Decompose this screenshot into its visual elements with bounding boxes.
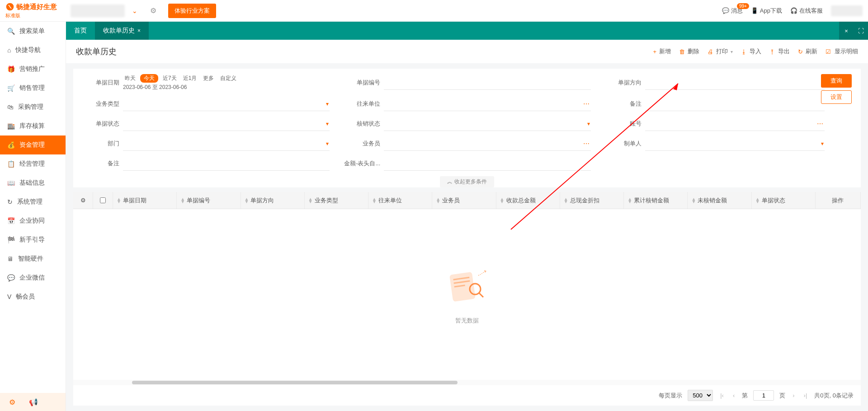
sidebar-item-purchase[interactable]: 🛍采购管理: [0, 98, 66, 117]
page-next[interactable]: ›: [791, 392, 796, 399]
show-detail-toggle[interactable]: ☑显示明细: [826, 47, 858, 56]
th-unwritten[interactable]: ▲▼未核销金额: [688, 192, 751, 209]
sort-icon: ▲▼: [308, 198, 313, 203]
column-settings[interactable]: ⚙: [73, 192, 93, 209]
date-chip-custom[interactable]: 自定义: [218, 74, 238, 83]
filter-label-account: 账号: [604, 120, 645, 128]
page-prev[interactable]: ‹: [731, 392, 736, 399]
experience-button[interactable]: 体验行业方案: [168, 4, 216, 18]
app-download-link[interactable]: 📱 App下载: [751, 7, 782, 15]
customer-service-link[interactable]: 🎧 在线客服: [790, 7, 823, 15]
scrollbar-thumb[interactable]: [132, 381, 458, 384]
page-first[interactable]: |‹: [718, 392, 726, 399]
refresh-button[interactable]: ↻刷新: [798, 47, 817, 56]
home-icon: ⌂: [7, 47, 11, 54]
speaker-icon[interactable]: 📢: [29, 398, 38, 406]
th-biztype[interactable]: ▲▼业务类型: [305, 192, 368, 209]
collapse-filters-button[interactable]: ︽ 收起更多条件: [440, 176, 494, 187]
docstatus-select[interactable]: [123, 120, 330, 127]
sidebar-item-marketing[interactable]: 🎁营销推广: [0, 60, 66, 79]
tab-receipt-history[interactable]: 收款单历史 ×: [95, 22, 149, 40]
select-all-checkbox[interactable]: [93, 192, 113, 209]
checkbox-checked-icon: ☑: [826, 48, 831, 55]
user-blurred[interactable]: [831, 5, 863, 16]
sidebar-item-member[interactable]: V畅会员: [0, 287, 66, 306]
print-button[interactable]: 🖨打印▾: [708, 47, 733, 56]
date-chip-1m[interactable]: 近1月: [181, 74, 199, 83]
th-date[interactable]: ▲▼单据日期: [113, 192, 177, 209]
gear-icon[interactable]: ⚙: [9, 398, 15, 406]
sidebar-item-system[interactable]: ↻系统管理: [0, 192, 66, 211]
more-icon[interactable]: ⋯: [583, 140, 590, 147]
page-last[interactable]: ›|: [802, 392, 809, 399]
writestatus-select[interactable]: [384, 120, 590, 127]
query-button[interactable]: 查询: [821, 74, 852, 88]
filter-label-biztype: 业务类型: [82, 100, 123, 108]
more-icon[interactable]: ⋯: [817, 120, 824, 127]
chevron-down-icon[interactable]: ▾: [587, 121, 590, 127]
sidebar-item-inventory[interactable]: 🏬库存核算: [0, 117, 66, 135]
import-icon: ⭳: [741, 48, 747, 55]
chevron-down-icon[interactable]: ▾: [821, 79, 824, 86]
date-chip-7d[interactable]: 近7天: [161, 74, 179, 83]
fullscreen-icon[interactable]: ⛶: [854, 22, 868, 40]
tab-close-all[interactable]: ×: [839, 22, 854, 40]
th-written[interactable]: ▲▼累计核销金额: [624, 192, 688, 209]
th-docno[interactable]: ▲▼单据编号: [177, 192, 241, 209]
page-input[interactable]: [753, 390, 774, 401]
sidebar-item-finance[interactable]: 💰资金管理: [0, 135, 66, 154]
delete-button[interactable]: 🗑删除: [679, 47, 699, 56]
creator-select[interactable]: [645, 140, 825, 147]
per-page-select[interactable]: 500: [688, 390, 713, 401]
sidebar-item-quicknav[interactable]: ⌂快捷导航: [0, 41, 66, 60]
headset-icon: 🎧: [790, 7, 797, 14]
chevron-down-icon[interactable]: ▾: [326, 121, 329, 127]
horizontal-scrollbar[interactable]: [73, 380, 861, 385]
sidebar-footer: ⚙ 📢: [0, 393, 66, 411]
settings-button[interactable]: 设置: [821, 90, 852, 104]
filter-label-remark-short: 备注: [604, 100, 645, 108]
messages-link[interactable]: 💬 消息 99+: [722, 7, 743, 15]
date-chip-more[interactable]: 更多: [201, 74, 216, 83]
direction-select[interactable]: [645, 79, 825, 86]
date-chip-yesterday[interactable]: 昨天: [123, 74, 137, 83]
import-button[interactable]: ⭳导入: [741, 47, 761, 56]
sidebar-item-collab[interactable]: 📅企业协同: [0, 211, 66, 230]
sidebar-item-wechat[interactable]: 💬企业微信: [0, 268, 66, 287]
salesman-lookup[interactable]: [384, 140, 590, 147]
partner-lookup[interactable]: [384, 100, 590, 107]
close-icon[interactable]: ×: [137, 28, 141, 34]
filter-label-writestatus: 核销状态: [343, 120, 384, 128]
dept-select[interactable]: [123, 140, 330, 147]
chevron-down-icon[interactable]: ▾: [821, 140, 824, 147]
sidebar-item-operation[interactable]: 📋经营管理: [0, 154, 66, 173]
chevron-down-icon[interactable]: ▾: [326, 101, 329, 107]
sidebar-item-search[interactable]: 🔍搜索菜单: [0, 22, 66, 41]
th-partner[interactable]: ▲▼往来单位: [368, 192, 432, 209]
tab-home[interactable]: 首页: [66, 22, 95, 40]
doc-no-input[interactable]: [384, 79, 590, 86]
remark2-input[interactable]: [123, 160, 330, 167]
date-chip-today[interactable]: 今天: [140, 74, 158, 83]
th-total-amount[interactable]: ▲▼收款总金额: [496, 192, 560, 209]
more-icon[interactable]: ⋯: [583, 100, 590, 107]
remark-short-input[interactable]: [645, 100, 825, 107]
sidebar: 🔍搜索菜单 ⌂快捷导航 🎁营销推广 🛒销售管理 🛍采购管理 🏬库存核算 💰资金管…: [0, 22, 66, 411]
chevron-down-icon[interactable]: ▾: [326, 140, 329, 147]
sidebar-item-sales[interactable]: 🛒销售管理: [0, 79, 66, 98]
amount-header-input[interactable]: [384, 160, 590, 167]
sidebar-item-guide[interactable]: 🏁新手引导: [0, 230, 66, 249]
th-salesman[interactable]: ▲▼业务员: [432, 192, 496, 209]
export-button[interactable]: ⭱导出: [769, 47, 790, 56]
th-direction[interactable]: ▲▼单据方向: [241, 192, 305, 209]
chevron-down-icon[interactable]: ⌄: [132, 7, 137, 14]
biztype-select[interactable]: [123, 100, 330, 107]
account-lookup[interactable]: [645, 120, 825, 127]
org-selector-blurred[interactable]: [71, 5, 125, 17]
gear-icon[interactable]: ⚙: [150, 6, 156, 15]
new-button[interactable]: +新增: [653, 47, 671, 56]
th-status[interactable]: ▲▼单据状态: [752, 192, 816, 209]
th-discount[interactable]: ▲▼总现金折扣: [560, 192, 624, 209]
sidebar-item-hardware[interactable]: 🖥智能硬件: [0, 249, 66, 268]
sidebar-item-basedata[interactable]: 📖基础信息: [0, 173, 66, 192]
